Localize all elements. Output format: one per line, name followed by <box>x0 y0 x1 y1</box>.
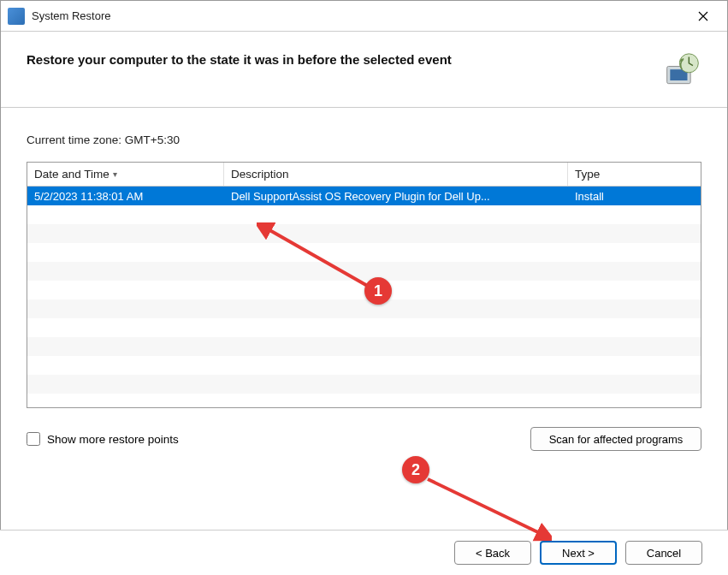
window-title: System Restore <box>32 9 686 22</box>
col-header-type-label: Type <box>575 168 600 181</box>
col-header-type[interactable]: Type <box>568 163 701 186</box>
restore-points-table: Date and Time ▾ Description Type 5/2/202… <box>27 162 701 408</box>
col-header-datetime-label: Date and Time <box>34 168 109 181</box>
col-header-description[interactable]: Description <box>224 163 568 186</box>
show-more-checkbox-input[interactable] <box>27 432 40 446</box>
cell-datetime: 5/2/2023 11:38:01 AM <box>27 190 224 203</box>
svg-line-5 <box>428 479 543 535</box>
annotation-marker-2: 2 <box>402 456 429 483</box>
timezone-label: Current time zone: GMT+5:30 <box>27 133 701 146</box>
system-restore-icon <box>664 52 701 90</box>
cancel-button[interactable]: Cancel <box>625 541 702 565</box>
close-icon <box>698 11 708 21</box>
back-button[interactable]: < Back <box>454 541 531 565</box>
page-heading: Restore your computer to the state it wa… <box>27 52 654 67</box>
cell-description: Dell SupportAssist OS Recovery Plugin fo… <box>224 190 568 203</box>
show-more-label: Show more restore points <box>47 433 179 446</box>
app-icon <box>8 8 25 25</box>
show-more-checkbox[interactable]: Show more restore points <box>27 432 179 446</box>
scan-affected-button[interactable]: Scan for affected programs <box>530 427 701 451</box>
close-button[interactable] <box>686 1 720 31</box>
sort-chevron-icon: ▾ <box>113 169 117 179</box>
next-button[interactable]: Next > <box>540 541 617 565</box>
table-row[interactable]: 5/2/2023 11:38:01 AM Dell SupportAssist … <box>27 187 701 205</box>
col-header-datetime[interactable]: Date and Time ▾ <box>27 163 224 186</box>
cell-type: Install <box>568 190 701 203</box>
annotation-marker-1: 1 <box>364 277 392 305</box>
col-header-description-label: Description <box>231 168 289 181</box>
